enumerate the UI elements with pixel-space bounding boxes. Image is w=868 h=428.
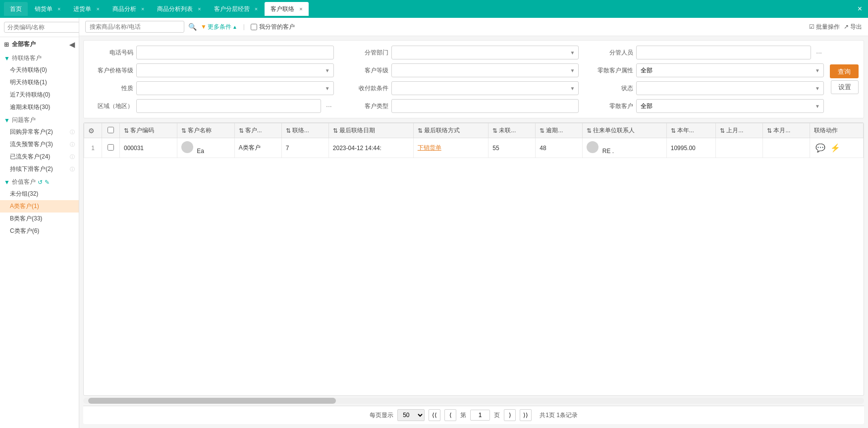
filter-retail-attr-select[interactable]: 全部 xyxy=(636,63,824,77)
sidebar-item-b-class[interactable]: B类客户(33) xyxy=(0,213,79,225)
filter-retail-attr: 零散客户属性 全部 xyxy=(579,63,824,77)
th-category: ⇅客户... xyxy=(234,123,281,138)
filter-price-tier-label: 客户价格等级 xyxy=(89,66,133,75)
nav-tab-sales[interactable]: 销货单 × xyxy=(29,2,66,16)
sidebar-item-today-contact[interactable]: 今天待联络(0) xyxy=(0,64,79,76)
sidebar-item-week-contact[interactable]: 近7天待联络(0) xyxy=(0,89,79,101)
ungroup-label: 未分组(32) xyxy=(10,190,38,198)
sidebar-item-ungroup[interactable]: 未分组(32) xyxy=(0,188,79,200)
cell-action: 💬 ⚡ xyxy=(810,138,864,158)
export-label: 导出 xyxy=(850,23,862,31)
table-scroll-area[interactable]: ⚙ ⇅客户编码 ⇅客户名称 ⇅ xyxy=(84,123,864,395)
filter-customer-type-input[interactable] xyxy=(391,99,579,113)
filter-region-dots[interactable]: ··· xyxy=(324,102,334,110)
filter-customer-tier-label: 客户等级 xyxy=(344,66,388,75)
sidebar-item-declining[interactable]: 持续下滑客户(2) ⓘ xyxy=(0,163,79,175)
per-page-select[interactable]: 50 20 100 xyxy=(397,409,425,421)
current-page-input[interactable] xyxy=(470,410,490,421)
filter-customer-tier-select[interactable] xyxy=(391,63,579,77)
cell-unit-contact: RE . xyxy=(583,138,666,158)
sidebar-item-a-class[interactable]: A类客户(1) xyxy=(0,200,79,213)
batch-action-btn[interactable]: ☑ 批量操作 xyxy=(809,23,840,31)
filter-dept-select[interactable] xyxy=(391,46,579,59)
nav-tab-purchase[interactable]: 进货单 × xyxy=(67,2,105,16)
filter-payment-select[interactable] xyxy=(391,81,579,95)
filter-region-input[interactable] xyxy=(136,99,321,113)
filter-nature-select[interactable] xyxy=(136,81,334,95)
filter-bar-right: ☑ 批量操作 ↗ 导出 xyxy=(809,23,862,31)
filter-row-4: 区域（地区） ··· 客户类型 零散客户 全部 xyxy=(89,99,824,113)
close-purchase-tab[interactable]: × xyxy=(96,6,99,12)
th-overdue-sort[interactable]: ⇅ xyxy=(540,127,544,134)
window-close-btn[interactable]: × xyxy=(856,2,864,15)
my-customers-checkbox-label[interactable]: 我分管的客户 xyxy=(251,23,295,31)
filter-search-icon[interactable]: 🔍 xyxy=(188,23,197,31)
close-goods-analysis-list-tab[interactable]: × xyxy=(198,6,201,12)
row-checkbox[interactable] xyxy=(108,144,114,151)
close-sales-tab[interactable]: × xyxy=(57,6,60,12)
prev-page-btn[interactable]: ⟨ xyxy=(444,409,456,421)
sidebar-all-customers[interactable]: ⊞ 全部客户 ◀ xyxy=(0,37,79,52)
th-category-sort[interactable]: ⇅ xyxy=(239,127,244,134)
th-name-sort[interactable]: ⇅ xyxy=(181,127,186,134)
filter-dept-label: 分管部门 xyxy=(344,49,388,57)
export-btn[interactable]: ↗ 导出 xyxy=(844,23,862,31)
th-contacts-sort[interactable]: ⇅ xyxy=(286,127,291,134)
cell-category: A类客户 xyxy=(234,138,281,158)
sidebar-item-churn-warning[interactable]: 流失预警客户(3) ⓘ xyxy=(0,138,79,151)
th-this-year-sort[interactable]: ⇅ xyxy=(671,127,676,134)
th-no-contact-sort[interactable]: ⇅ xyxy=(492,127,497,134)
close-goods-analysis-tab[interactable]: × xyxy=(141,6,144,12)
sidebar-search-input[interactable] xyxy=(4,22,79,33)
nav-tab-customer-contact[interactable]: 客户联络 × xyxy=(265,2,308,16)
sidebar-item-overdue-contact[interactable]: 逾期未联络(30) xyxy=(0,101,79,113)
first-page-btn[interactable]: ⟨⟨ xyxy=(429,409,440,421)
th-last-method-sort[interactable]: ⇅ xyxy=(418,127,423,134)
th-last-month: ⇅上月... xyxy=(716,123,763,138)
settings-button[interactable]: 设置 xyxy=(831,80,859,94)
next-page-btn[interactable]: ⟩ xyxy=(504,409,516,421)
table-gear-icon[interactable]: ⚙ xyxy=(88,127,95,135)
th-last-date-sort[interactable]: ⇅ xyxy=(333,127,338,134)
nav-tab-home[interactable]: 首页 xyxy=(4,2,28,16)
sidebar-item-tomorrow-contact[interactable]: 明天待联络(1) xyxy=(0,76,79,89)
collapse-sidebar-btn[interactable]: ◀ xyxy=(69,41,75,49)
table-select-all-checkbox[interactable] xyxy=(108,127,114,133)
filter-action-buttons: 查询 设置 xyxy=(824,46,859,113)
more-filters-btn[interactable]: ▼ 更多条件 ▲ xyxy=(201,23,237,31)
last-method-link[interactable]: 下销货单 xyxy=(418,144,441,151)
filter-phone-input[interactable] xyxy=(136,46,334,59)
nav-tab-goods-analysis-list[interactable]: 商品分析列表 × xyxy=(151,2,207,16)
close-customer-contact-tab[interactable]: × xyxy=(299,6,302,12)
horizontal-scrollbar[interactable] xyxy=(83,398,864,404)
churn-warning-label: 流失预警客户(3) xyxy=(10,140,53,149)
nav-tab-customer-tier[interactable]: 客户分层经营 × xyxy=(208,2,264,16)
row-link-icon[interactable]: ⚡ xyxy=(829,144,842,152)
query-button[interactable]: 查询 xyxy=(830,64,859,78)
edit-value-icon[interactable]: ✎ xyxy=(45,179,50,186)
scrollbar-thumb[interactable] xyxy=(88,398,336,404)
sidebar-item-repurchase-abnormal[interactable]: 回购异常客户(2) ⓘ xyxy=(0,126,79,138)
th-unit-contact-label: 往来单位联系人 xyxy=(593,126,635,135)
filter-price-tier-select[interactable] xyxy=(136,63,334,77)
sidebar-search-area: 🔍 xyxy=(0,18,79,37)
row-chat-icon[interactable]: 💬 xyxy=(814,144,827,152)
sidebar-item-c-class[interactable]: C类客户(6) xyxy=(0,225,79,237)
refresh-value-icon[interactable]: ↺ xyxy=(38,179,43,186)
top-navigation: 首页 销货单 × 进货单 × 商品分析 × 商品分析列表 × 客户分层经营 × … xyxy=(0,0,868,18)
filter-manager-input[interactable] xyxy=(636,46,811,59)
filter-retail-select[interactable]: 全部 xyxy=(636,99,824,113)
th-last-month-sort[interactable]: ⇅ xyxy=(720,127,725,134)
close-customer-tier-tab[interactable]: × xyxy=(255,6,258,12)
last-page-btn[interactable]: ⟩⟩ xyxy=(520,409,532,421)
th-code-sort[interactable]: ⇅ xyxy=(124,127,129,134)
th-overdue: ⇅逾期... xyxy=(536,123,583,138)
my-customers-checkbox[interactable] xyxy=(251,24,257,30)
nav-tab-goods-analysis[interactable]: 商品分析 × xyxy=(107,2,150,16)
th-this-month-sort[interactable]: ⇅ xyxy=(767,127,772,134)
sidebar-item-churned[interactable]: 已流失客户(24) ⓘ xyxy=(0,151,79,163)
filter-status-select[interactable] xyxy=(636,81,824,95)
filter-search-input[interactable] xyxy=(85,21,184,33)
th-unit-contact-sort[interactable]: ⇅ xyxy=(587,127,592,134)
filter-manager-dots[interactable]: ··· xyxy=(814,49,824,56)
